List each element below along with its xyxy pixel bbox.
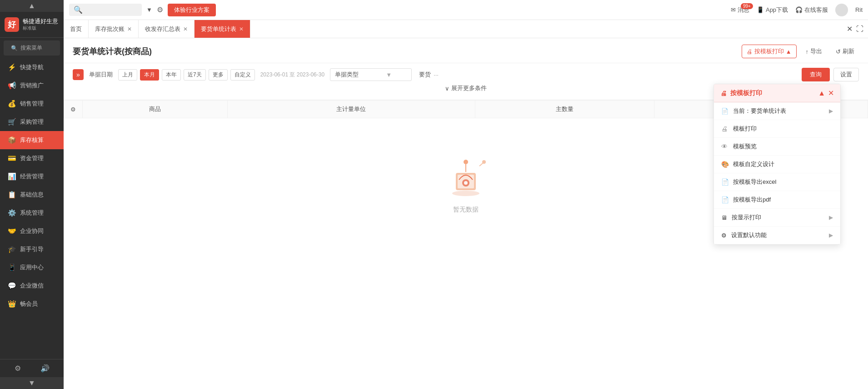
app-title: 畅捷通好生意 [23,18,58,25]
dropdown-arrow-icon: ▼ [146,6,152,13]
sidebar-scroll-down[interactable]: ▼ [0,377,64,389]
dropdown-up-arrow[interactable]: ▲ [818,89,825,97]
order-type-filter[interactable]: 单据类型 ▼ [330,68,412,81]
messages-item[interactable]: ✉ 消息 99+ [731,6,749,14]
tab-home-label: 首页 [70,25,82,33]
purchase-icon: 🛒 [7,117,16,126]
date-btn-7-days[interactable]: 近7天 [184,69,206,81]
tab-maximize-button[interactable]: ⛶ [856,25,863,33]
date-btn-custom[interactable]: 自定义 [230,69,255,81]
refresh-button[interactable]: ↺ 刷新 [831,45,859,58]
sidebar-item-guide[interactable]: 🎓 新手引导 [0,240,64,258]
top-bar-search-input[interactable] [83,7,137,13]
page-area: 要货单统计表(按商品) 🖨 按模板打印 ▲ ↑ 导出 ↺ 刷新 [64,38,868,389]
template-print-arrow: ▲ [786,48,792,55]
dropdown-close-button[interactable]: ✕ [828,89,834,97]
dropdown-current-item[interactable]: 📄 当前：要货单统计表 ▶ [714,102,840,120]
tab-inventory-batch[interactable]: 库存批次账 ✕ [89,20,139,38]
tab-order-stats-label: 要货单统计表 [201,25,236,33]
finance-icon: 💳 [7,154,16,163]
inventory-icon: 📦 [7,136,16,145]
order-type-arrow-icon: ▼ [386,71,392,78]
sidebar-logo: 好 畅捷通好生意 标准版 [0,12,64,38]
sidebar-item-label: 销售管理 [20,100,44,108]
page-header: 要货单统计表(按商品) 🖨 按模板打印 ▲ ↑ 导出 ↺ 刷新 [64,38,868,63]
date-filter: 上月 本月 本年 近7天 更多 自定义 [118,69,255,81]
tab-inventory-batch-close[interactable]: ✕ [127,26,132,32]
sidebar-search[interactable]: 🔍 搜索菜单 [4,40,60,56]
tab-home[interactable]: 首页 [64,20,89,38]
query-button[interactable]: 查询 [802,68,830,81]
sidebar-item-sales[interactable]: 💰 销售管理 [0,95,64,113]
top-bar-dropdown[interactable]: ▼ [146,6,152,13]
dropdown-item-export-excel[interactable]: 📄 按模板导出excel [714,173,840,191]
col-settings[interactable]: ⚙ [64,101,83,118]
sidebar-item-finance[interactable]: 💳 资金管理 [0,149,64,167]
ellipsis-icon: ··· [434,71,439,78]
sidebar-item-member[interactable]: 👑 畅会员 [0,295,64,313]
page-header-actions: 🖨 按模板打印 ▲ ↑ 导出 ↺ 刷新 [742,45,859,58]
topbar-search-icon: 🔍 [74,5,83,14]
template-print-button[interactable]: 🖨 按模板打印 ▲ [742,45,797,58]
sidebar-item-system[interactable]: ⚙️ 系统管理 [0,204,64,222]
svg-point-8 [482,160,486,164]
sidebar-item-label: 应用中心 [20,263,44,272]
sidebar-scroll-up[interactable]: ▲ [0,0,64,12]
export-excel-icon: 📄 [721,178,728,186]
dropdown-item-export-pdf[interactable]: 📄 按模板导出pdf [714,191,840,209]
dropdown-item-template-preview[interactable]: 👁 模板预览 [714,138,840,156]
export-button[interactable]: ↑ 导出 [801,45,827,58]
online-service-item[interactable]: 🎧 在线客服 [795,6,828,14]
message-icon: ✉ [731,6,736,13]
sidebar-item-label: 企业协同 [20,227,44,235]
dropdown-item-display-print[interactable]: 🖥 按显示打印 ▶ [714,209,840,227]
sidebar-item-operations[interactable]: 📊 经营管理 [0,167,64,186]
tab-order-stats[interactable]: 要货单统计表 ✕ [195,20,250,38]
dropdown-printer-icon: 🖨 [720,90,727,97]
set-default-left: ⚙ 设置默认功能 [721,231,767,239]
date-btn-this-month[interactable]: 本月 [140,69,159,81]
refresh-label: 刷新 [843,47,854,56]
expand-chevron-icon: ∨ [445,85,449,92]
sidebar-item-purchase[interactable]: 🛒 采购管理 [0,113,64,131]
settings-button[interactable]: 设置 [833,68,859,81]
date-btn-this-year[interactable]: 本年 [162,69,181,81]
dropdown-item-template-custom[interactable]: 🎨 模板自定义设计 [714,156,840,173]
sidebar-item-basic[interactable]: 📋 基础信息 [0,186,64,204]
wechat-icon: 💬 [7,281,16,290]
set-default-icon: ⚙ [721,232,727,239]
tab-close-all-button[interactable]: ✕ [847,25,853,33]
order-type-label: 单据类型 [335,71,359,79]
app-download-item[interactable]: 📱 App下载 [757,6,788,14]
sidebar-item-inventory[interactable]: 📦 库存核算 [0,131,64,149]
app-subtitle: 标准版 [23,25,58,31]
user-name-item[interactable]: Rit [855,6,863,13]
speaker-bottom-icon[interactable]: 🔊 [40,364,50,373]
sidebar-item-app[interactable]: 📱 应用中心 [0,258,64,277]
sidebar-item-quick-nav[interactable]: ⚡ 快捷导航 [0,58,64,76]
col-unit: 主计量单位 [227,101,475,118]
date-btn-last-month[interactable]: 上月 [118,69,137,81]
tab-inventory-batch-label: 库存批次账 [95,25,125,33]
tab-order-stats-close[interactable]: ✕ [239,26,244,32]
dropdown-item-template-print[interactable]: 🖨 模板打印 [714,120,840,138]
date-range-display: 2023-06-01 至 2023-06-30 [260,71,324,79]
user-avatar[interactable] [835,4,848,16]
expand-more-button[interactable]: ∨ 展开更多条件 [445,84,487,92]
sidebar-item-label: 新手引导 [20,245,44,253]
dropdown-menu-title: 按模板打印 [730,89,762,97]
date-btn-more[interactable]: 更多 [209,69,228,81]
filter-expand-button[interactable]: » [73,69,84,80]
trial-industry-button[interactable]: 体验行业方案 [168,4,216,16]
top-bar-search-box: 🔍 [69,4,142,16]
sidebar-item-wechat[interactable]: 💬 企业微信 [0,277,64,295]
sidebar-item-enterprise[interactable]: 🤝 企业协同 [0,222,64,240]
top-bar-settings-icon[interactable]: ⚙ [157,5,163,14]
sidebar-item-marketing[interactable]: 📢 营销推广 [0,76,64,95]
dropdown-item-set-default[interactable]: ⚙ 设置默认功能 ▶ [714,227,840,244]
current-template-arrow-icon: ▶ [829,108,833,114]
tab-receipt-summary-close[interactable]: ✕ [183,26,188,32]
settings-bottom-icon[interactable]: ⚙ [15,364,21,373]
tab-receipt-summary-label: 收发存汇总表 [145,25,180,33]
tab-receipt-summary[interactable]: 收发存汇总表 ✕ [139,20,195,38]
